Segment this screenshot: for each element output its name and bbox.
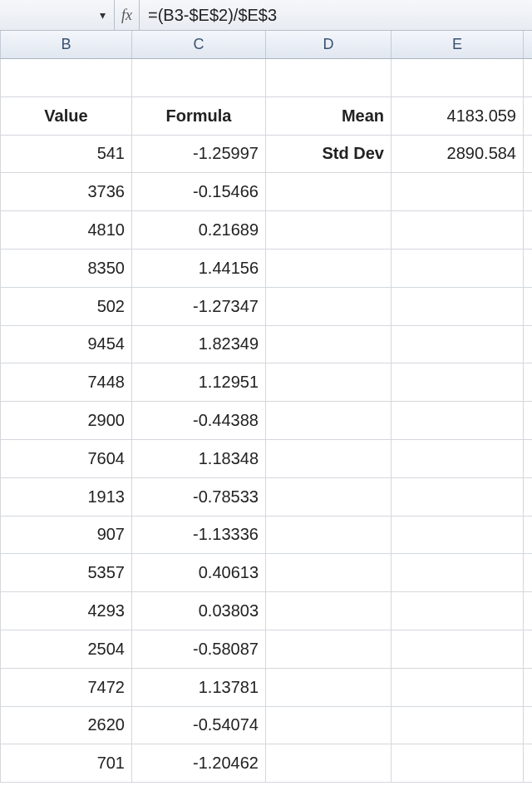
cell-f[interactable] [524,440,532,478]
cell-value[interactable]: 8350 [0,250,132,288]
column-header-c[interactable]: C [132,31,266,58]
cell-e[interactable] [392,707,524,745]
cell-e[interactable] [392,630,524,669]
cell-d[interactable] [266,554,392,592]
cell-f[interactable] [524,326,532,364]
cell-formula[interactable]: -0.44388 [132,402,266,440]
column-header-e[interactable]: E [392,31,524,58]
cell-f[interactable] [524,288,532,326]
cell-e[interactable] [392,326,524,364]
cell-c1[interactable] [132,59,266,97]
header-value[interactable]: Value [0,97,132,136]
header-mean[interactable]: Mean [266,97,392,136]
cell-e[interactable] [392,250,524,288]
cell-e[interactable] [392,592,524,630]
cell-d[interactable] [266,707,392,745]
cell-f[interactable] [524,363,532,402]
cell-d[interactable] [266,744,392,783]
cell-b1[interactable] [0,59,132,97]
cell-d[interactable] [266,326,392,364]
cell-value[interactable]: 541 [0,136,132,174]
cell-e[interactable] [392,554,524,592]
cell-formula[interactable]: 0.03803 [132,592,266,630]
cell-value[interactable]: 701 [0,744,132,783]
cell-formula[interactable]: -1.27347 [132,288,266,326]
cell-d[interactable] [266,250,392,288]
cell-formula[interactable]: -0.54074 [132,707,266,745]
cell-f[interactable] [524,211,532,250]
cell-d[interactable] [266,592,392,630]
cell-formula[interactable]: -0.58087 [132,630,266,669]
cell-formula[interactable]: 1.13781 [132,669,266,707]
cell-f[interactable] [524,173,532,211]
cell-f[interactable] [524,592,532,630]
fx-icon[interactable]: fx [120,7,134,24]
cell-formula[interactable]: -1.20462 [132,744,266,783]
cell-d[interactable] [266,211,392,250]
cell-e[interactable] [392,211,524,250]
cell-f[interactable] [524,478,532,517]
cell-d[interactable] [266,517,392,555]
cell-formula[interactable]: 1.12951 [132,363,266,402]
cell-f[interactable] [524,707,532,745]
cell-value[interactable]: 9454 [0,326,132,364]
cell-formula[interactable]: -0.15466 [132,173,266,211]
cell-formula[interactable]: -1.13336 [132,517,266,555]
cell-f[interactable] [524,744,532,783]
cell-f[interactable] [524,554,532,592]
cell-e[interactable] [392,440,524,478]
cell-f[interactable] [524,250,532,288]
cell-value[interactable]: 2504 [0,630,132,669]
cell-f1[interactable] [524,59,532,97]
column-header-f[interactable] [524,31,532,58]
cell-e1[interactable] [392,59,524,97]
cell-d[interactable] [266,440,392,478]
cell-d[interactable] [266,402,392,440]
name-box[interactable]: ▾ [0,0,115,30]
cell-d[interactable] [266,630,392,669]
cell-e[interactable] [392,402,524,440]
cell-formula[interactable]: 1.44156 [132,250,266,288]
cell-d1[interactable] [266,59,392,97]
cell-f2[interactable] [524,97,532,136]
cell-value[interactable]: 7472 [0,669,132,707]
cell-mean-value[interactable]: 4183.059 [392,97,524,136]
cell-value[interactable]: 7604 [0,440,132,478]
cell-f[interactable] [524,402,532,440]
column-header-b[interactable]: B [0,31,132,58]
cell-value[interactable]: 907 [0,517,132,555]
cell-e[interactable] [392,478,524,517]
cell-f[interactable] [524,517,532,555]
cell-value[interactable]: 5357 [0,554,132,592]
cell-value[interactable]: 7448 [0,363,132,402]
cell-e[interactable] [392,173,524,211]
cell-formula[interactable]: 0.40613 [132,554,266,592]
cell-e[interactable] [392,669,524,707]
header-stddev[interactable]: Std Dev [266,136,392,174]
formula-input[interactable]: =(B3-$E$2)/$E$3 [140,0,532,30]
cell-value[interactable]: 502 [0,288,132,326]
cell-d[interactable] [266,173,392,211]
cell-value[interactable]: 2900 [0,402,132,440]
cell-d[interactable] [266,669,392,707]
cell-value[interactable]: 4293 [0,592,132,630]
column-header-d[interactable]: D [266,31,392,58]
chevron-down-icon[interactable]: ▾ [95,8,111,22]
cell-formula[interactable]: -0.78533 [132,478,266,517]
cell-d[interactable] [266,363,392,402]
cell-stddev-value[interactable]: 2890.584 [392,136,524,174]
cell-f[interactable] [524,669,532,707]
cell-value[interactable]: 2620 [0,707,132,745]
cell-value[interactable]: 1913 [0,478,132,517]
cell-e[interactable] [392,363,524,402]
cell-d[interactable] [266,288,392,326]
cell-f[interactable] [524,630,532,669]
cell-e[interactable] [392,744,524,783]
cell-d[interactable] [266,478,392,517]
cell-e[interactable] [392,517,524,555]
cell-formula[interactable]: -1.25997 [132,136,266,174]
cell-formula[interactable]: 1.18348 [132,440,266,478]
cell-value[interactable]: 4810 [0,211,132,250]
cell-formula[interactable]: 0.21689 [132,211,266,250]
cell-f3[interactable] [524,136,532,174]
